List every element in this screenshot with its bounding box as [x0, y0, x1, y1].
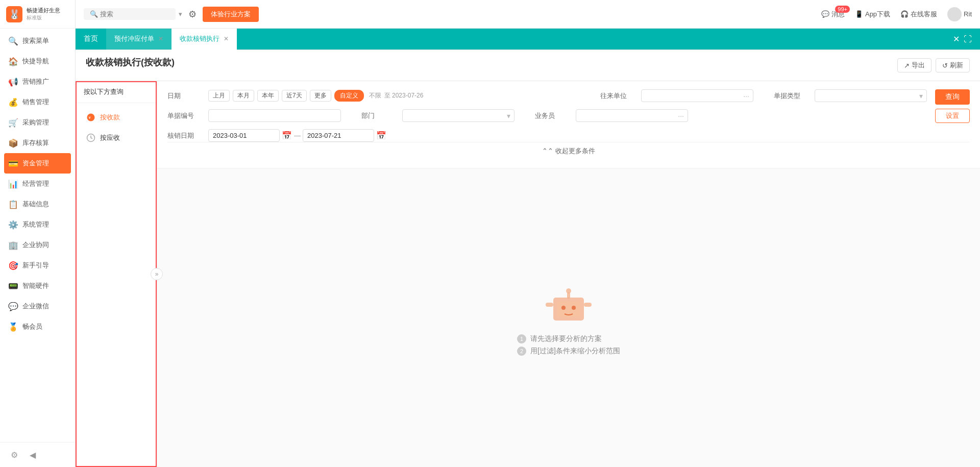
sidebar-label-member: 畅会员 [22, 322, 42, 331]
collapse-more-button[interactable]: ⌃⌃ 收起更多条件 [167, 142, 970, 160]
date-label: 日期 [167, 91, 208, 101]
sidebar-item-member[interactable]: 🏅 畅会员 [0, 316, 75, 337]
sidebar-item-purchase[interactable]: 🛒 采购管理 [0, 112, 75, 133]
sidebar-item-operation[interactable]: 📊 经营管理 [0, 174, 75, 194]
setting-button[interactable]: 设置 [935, 109, 970, 123]
app-download-button[interactable]: 📱 App下载 [855, 10, 890, 19]
message-badge: 99+ [835, 6, 850, 13]
query-row-3: 核销日期 📅 — 📅 [167, 129, 927, 142]
expand-icon[interactable]: ⛶ [964, 35, 972, 44]
date-shortcuts-wrap: 上月 本月 本年 近7天 更多 自定义 不限 [208, 90, 580, 102]
export-icon: ↗ [904, 62, 910, 69]
sidebar-label-basic: 基础信息 [22, 200, 49, 209]
date-this-month[interactable]: 本月 [233, 90, 254, 102]
logo-icon: 🐰 [6, 6, 22, 22]
svg-point-6 [572, 306, 576, 310]
hardware-icon: 📟 [8, 281, 18, 291]
doc-no-wrap [208, 109, 341, 122]
doc-type-select[interactable] [815, 89, 927, 102]
date-range-to: 至 2023-07-26 [384, 91, 424, 100]
settings-button[interactable]: ⚙ [8, 449, 20, 461]
sidebar-item-search[interactable]: 🔍 搜索菜单 [0, 31, 75, 51]
sidebar-item-inventory[interactable]: 📦 库存核算 [0, 133, 75, 153]
tab-collection-close[interactable]: ✕ [224, 35, 229, 42]
date-7days[interactable]: 近7天 [282, 90, 307, 102]
query-area: 日期 上月 本月 本年 近7天 更多 自定义 [157, 81, 980, 467]
tab-prepay[interactable]: 预付冲应付单 ✕ [106, 29, 172, 50]
query-btn-group: 查询 设置 [935, 89, 970, 123]
tab-collection[interactable]: 收款核销执行 ✕ [172, 29, 237, 50]
counterpart-dots-icon: ··· [743, 92, 749, 100]
date-shortcuts: 上月 本月 本年 近7天 更多 自定义 不限 [208, 90, 423, 102]
sidebar-label-marketing: 营销推广 [22, 77, 49, 86]
staff-dots-icon: ··· [678, 112, 684, 120]
search-icon: 🔍 [90, 10, 98, 18]
empty-tip2-text: 用[过滤]条件来缩小分析范围 [530, 347, 620, 356]
tab-prepay-close[interactable]: ✕ [158, 35, 163, 42]
refresh-icon: ↺ [942, 62, 948, 69]
search-input[interactable] [100, 10, 169, 18]
marketing-icon: 📢 [8, 77, 18, 87]
sidebar-item-corp[interactable]: 🏢 企业协同 [0, 235, 75, 255]
tab-home[interactable]: 首页 [76, 29, 106, 50]
collapse-sidebar-button[interactable]: ◀ [27, 449, 39, 461]
tab-collection-label: 收款核销执行 [180, 34, 219, 43]
sidebar-nav: 🔍 搜索菜单 🏠 快捷导航 📢 营销推广 💰 销售管理 🛒 采购管理 📦 库存核… [0, 29, 75, 442]
filter-collapse-button[interactable]: » [151, 268, 163, 280]
sidebar-item-wechat[interactable]: 💬 企业微信 [0, 296, 75, 316]
sidebar-label-quicknav: 快捷导航 [22, 57, 49, 66]
sidebar-item-system[interactable]: ⚙️ 系统管理 [0, 214, 75, 235]
sidebar-label-sales: 销售管理 [22, 97, 49, 107]
filter-by-receivable[interactable]: 按应收 [76, 128, 157, 148]
basic-icon: 📋 [8, 199, 18, 209]
date-more[interactable]: 更多 [310, 90, 331, 102]
filter-panel-title: 按以下方查询 [76, 81, 157, 103]
sidebar-item-marketing[interactable]: 📢 营销推广 [0, 71, 75, 92]
filter-by-receipt[interactable]: ¥ 按收款 [76, 107, 157, 128]
verify-end-cal-icon[interactable]: 📅 [376, 131, 386, 140]
doc-no-input[interactable] [208, 109, 341, 122]
solution-button[interactable]: 体验行业方案 [203, 7, 259, 22]
sidebar-item-basic[interactable]: 📋 基础信息 [0, 194, 75, 214]
date-last-month[interactable]: 上月 [208, 90, 230, 102]
sidebar-item-guide[interactable]: 🎯 新手引导 [0, 255, 75, 276]
filter-panel-body: ¥ 按收款 按应收 [76, 103, 157, 152]
staff-wrap: ··· [576, 109, 688, 122]
verify-end-input[interactable] [303, 129, 374, 142]
empty-tips: 1 请先选择要分析的方案 2 用[过滤]条件来缩小分析范围 [517, 334, 620, 359]
sidebar-item-sales[interactable]: 💰 销售管理 [0, 92, 75, 112]
message-icon: 💬 [821, 10, 829, 18]
date-this-year[interactable]: 本年 [257, 90, 279, 102]
verify-start-input[interactable] [208, 129, 280, 142]
date-no-limit: 不限 [369, 91, 381, 100]
sidebar-footer: ⚙ ◀ [0, 442, 75, 467]
settings-icon[interactable]: ⚙ [188, 9, 197, 20]
verify-start-cal-icon[interactable]: 📅 [282, 131, 292, 140]
topbar-left: 🔍 ▾ ⚙ 体验行业方案 [84, 7, 821, 22]
logo-sub: 标准版 [27, 14, 60, 21]
refresh-button[interactable]: ↺ 刷新 [936, 58, 970, 72]
staff-input[interactable] [576, 109, 688, 122]
online-service-button[interactable]: 🎧 在线客服 [900, 10, 937, 19]
sidebar-item-quicknav[interactable]: 🏠 快捷导航 [0, 51, 75, 71]
message-button[interactable]: 💬 消息 99+ [821, 10, 845, 19]
content-body: 按以下方查询 ¥ 按收款 按应收 » [76, 81, 980, 467]
query-button[interactable]: 查询 [935, 89, 970, 105]
dropdown-icon[interactable]: ▾ [179, 10, 182, 18]
export-button[interactable]: ↗ 导出 [897, 58, 932, 72]
counterpart-input[interactable] [641, 89, 753, 102]
close-all-icon[interactable]: ✕ [953, 34, 960, 44]
service-label: 在线客服 [911, 10, 937, 19]
user-menu[interactable]: Rit [947, 7, 972, 21]
query-row-1: 日期 上月 本月 本年 近7天 更多 自定义 [167, 89, 927, 102]
sidebar-item-capital[interactable]: 💳 资金管理 [4, 153, 71, 174]
sidebar-item-hardware[interactable]: 📟 智能硬件 [0, 276, 75, 296]
collapse-label: 收起更多条件 [555, 147, 595, 155]
operation-icon: 📊 [8, 179, 18, 189]
date-custom-tag: 自定义 [334, 90, 364, 102]
main-area: 🔍 ▾ ⚙ 体验行业方案 💬 消息 99+ 📱 App下载 🎧 在线客服 [76, 0, 980, 467]
sidebar-label-search: 搜索菜单 [22, 36, 49, 45]
collapse-chevron: ⌃⌃ [542, 147, 555, 155]
dept-select[interactable] [402, 109, 514, 122]
doc-no-label: 单据编号 [167, 111, 208, 120]
